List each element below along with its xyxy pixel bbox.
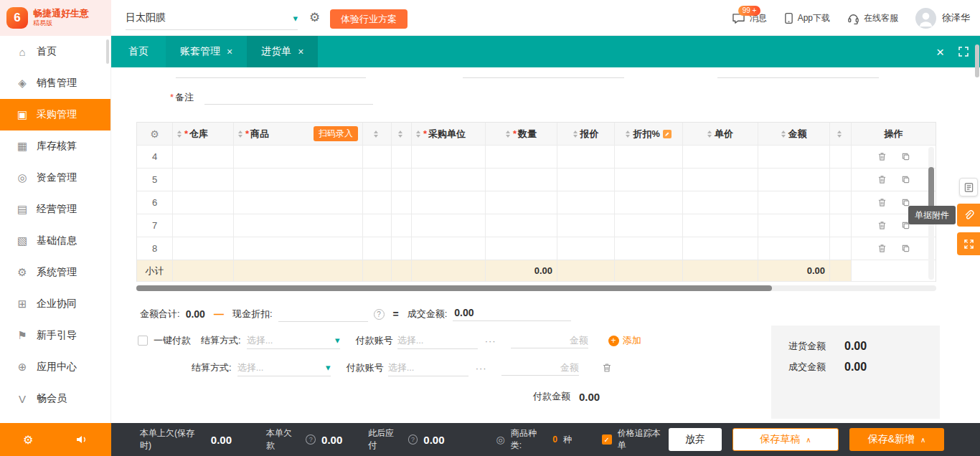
settlement-method-select[interactable]: 选择...▾ [247, 332, 340, 349]
grid-cell[interactable] [173, 237, 234, 260]
header-warehouse[interactable]: *仓库 [173, 123, 234, 145]
remark-input[interactable] [204, 88, 373, 105]
batch-edit-icon[interactable] [663, 130, 672, 138]
sort-icon[interactable] [781, 130, 786, 138]
form-field-stub[interactable] [176, 77, 366, 78]
grid-cell[interactable] [683, 214, 758, 237]
grid-cell[interactable] [486, 168, 557, 191]
save-and-new-button[interactable]: 保存&新增∧ [849, 428, 944, 451]
settings-gear-icon[interactable]: ⚙ [309, 10, 320, 25]
tab-purchase-order[interactable]: 进货单× [247, 36, 318, 67]
sort-icon[interactable] [573, 130, 578, 138]
delete-row-icon[interactable] [877, 221, 887, 230]
grid-cell[interactable] [363, 168, 392, 191]
sort-icon[interactable] [238, 130, 242, 138]
header-amount[interactable]: 金额 [758, 123, 830, 145]
grid-cell[interactable] [392, 237, 412, 260]
grid-cell[interactable] [758, 191, 830, 214]
header-purchase-unit[interactable]: *采购单位 [412, 123, 486, 145]
tab-account-management[interactable]: 账套管理× [166, 36, 247, 67]
grid-cell[interactable] [615, 237, 683, 260]
grid-cell[interactable] [615, 191, 683, 214]
expand-tool-button[interactable] [957, 232, 980, 255]
delete-payment-icon[interactable] [602, 363, 612, 373]
header-unit-price[interactable]: 单价 [683, 123, 758, 145]
grid-cell[interactable] [557, 168, 615, 191]
grid-cell[interactable] [363, 146, 392, 168]
fullscreen-icon[interactable] [958, 47, 969, 57]
grid-cell[interactable] [830, 168, 852, 191]
online-service-button[interactable]: 在线客服 [847, 12, 898, 24]
payment-amount-input[interactable] [511, 333, 588, 348]
help-icon[interactable]: ? [408, 434, 418, 445]
scan-entry-button[interactable]: 扫码录入 [314, 126, 358, 141]
grid-cell[interactable] [234, 146, 363, 168]
grid-cell[interactable] [683, 146, 758, 168]
grid-cell[interactable] [392, 168, 412, 191]
sidebar-item-purchase[interactable]: ▣采购管理 [0, 99, 110, 130]
grid-cell[interactable] [412, 168, 486, 191]
header-hidden-col[interactable] [392, 123, 412, 145]
sort-icon[interactable] [416, 130, 420, 138]
grid-cell[interactable] [758, 214, 830, 237]
grid-cell[interactable] [363, 191, 392, 214]
grid-cell[interactable] [412, 214, 486, 237]
user-menu[interactable]: 徐泽华 [915, 8, 970, 29]
grid-cell[interactable] [392, 146, 412, 168]
grid-cell[interactable] [486, 146, 557, 168]
messages-button[interactable]: 99 + 消息 [732, 12, 767, 24]
delete-row-icon[interactable] [877, 244, 887, 253]
app-download-button[interactable]: App下载 [784, 12, 830, 24]
grid-cell[interactable] [758, 168, 830, 191]
grid-cell[interactable] [363, 214, 392, 237]
more-options-icon[interactable]: ··· [476, 363, 487, 374]
payment-amount-input[interactable] [501, 360, 579, 376]
grid-cell[interactable] [392, 214, 412, 237]
grid-cell[interactable] [392, 191, 412, 214]
sort-icon[interactable] [374, 130, 378, 138]
sort-icon[interactable] [626, 130, 630, 138]
tab-home[interactable]: 首页 [111, 36, 166, 67]
sidebar-item-system[interactable]: ⚙系统管理 [0, 257, 110, 288]
grid-cell[interactable] [173, 214, 234, 237]
abandon-button[interactable]: 放弃 [669, 428, 722, 451]
grid-cell[interactable] [173, 168, 234, 191]
add-payment-button[interactable]: +添加 [608, 334, 641, 347]
grid-cell[interactable] [412, 191, 486, 214]
close-icon[interactable]: × [298, 46, 303, 57]
grid-cell[interactable] [830, 237, 852, 260]
sidebar-item-guide[interactable]: ⚑新手引导 [0, 320, 110, 351]
copy-row-icon[interactable] [901, 175, 910, 184]
grid-cell[interactable] [363, 237, 392, 260]
close-icon[interactable]: × [227, 46, 232, 57]
price-track-checkbox[interactable]: ✓ [602, 434, 612, 445]
account-selector[interactable]: 日太阳膜 ▾ [126, 6, 298, 30]
copy-row-icon[interactable] [901, 244, 910, 253]
help-icon[interactable]: ? [306, 434, 316, 445]
grid-cell[interactable] [486, 214, 557, 237]
grid-cell[interactable] [412, 146, 486, 168]
sort-icon[interactable] [707, 130, 712, 138]
sidebar-item-funds[interactable]: ◎资金管理 [0, 162, 110, 194]
header-quote[interactable]: 报价 [557, 123, 615, 145]
grid-cell[interactable] [830, 191, 852, 214]
close-all-icon[interactable]: × [936, 45, 944, 59]
grid-cell[interactable] [758, 237, 830, 260]
sort-icon[interactable] [177, 130, 182, 138]
sidebar-item-member[interactable]: V畅会员 [0, 383, 110, 414]
sidebar-item-operations[interactable]: ▤经营管理 [0, 194, 110, 225]
grid-cell[interactable] [615, 146, 683, 168]
column-settings-gear-icon[interactable]: ⚙ [137, 123, 173, 145]
one-click-pay-checkbox[interactable] [138, 336, 148, 346]
more-options-icon[interactable]: ··· [485, 336, 496, 346]
grid-cell[interactable] [615, 168, 683, 191]
scrollbar-thumb[interactable] [136, 285, 772, 291]
save-draft-button[interactable]: 保存草稿∧ [732, 428, 839, 451]
grid-cell[interactable] [486, 237, 557, 260]
notes-tool-button[interactable] [959, 178, 978, 196]
sidebar-item-inventory[interactable]: ▦库存核算 [0, 130, 110, 162]
header-quantity[interactable]: *数量 [486, 123, 557, 145]
grid-cell[interactable] [234, 168, 363, 191]
help-icon[interactable]: ? [374, 309, 385, 320]
delete-row-icon[interactable] [877, 152, 887, 161]
